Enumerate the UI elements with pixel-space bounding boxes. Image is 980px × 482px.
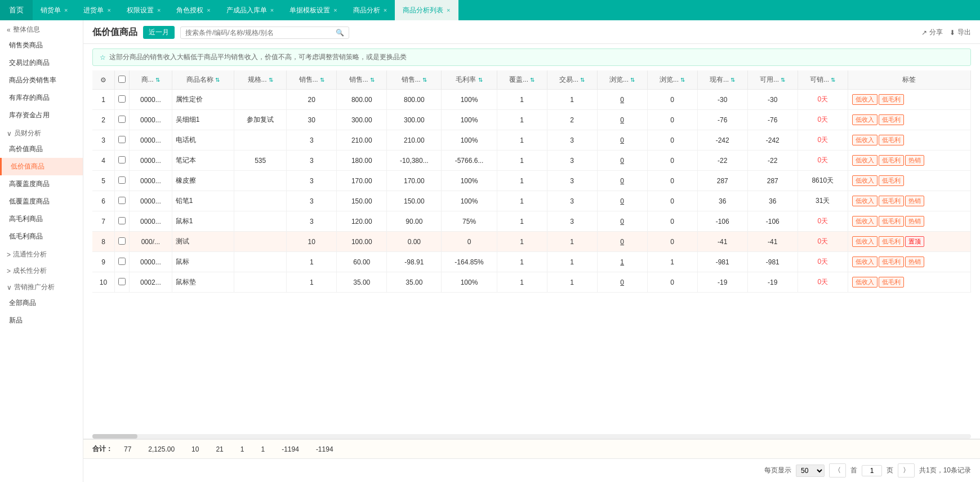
- sidebar-item-high-value[interactable]: 高价值商品: [0, 140, 83, 158]
- collapse-icon[interactable]: «: [7, 26, 11, 34]
- gear-icon[interactable]: ⚙: [100, 76, 106, 84]
- sidebar-item-traded[interactable]: 交易过的商品: [0, 54, 83, 72]
- row-view1[interactable]: 0: [597, 90, 647, 110]
- row-name[interactable]: 铅笔1: [172, 191, 234, 211]
- nav-tab-template[interactable]: 单据模板设置 ×: [282, 0, 345, 20]
- close-icon[interactable]: ×: [384, 7, 387, 14]
- row-checkbox[interactable]: [114, 272, 129, 293]
- column-trade[interactable]: 交易... ⇅: [547, 70, 597, 90]
- sidebar-item-low-coverage[interactable]: 低覆盖度商品: [0, 193, 83, 210]
- filter-button[interactable]: 近一月: [143, 26, 175, 39]
- group-toggle-icon[interactable]: ∨: [7, 130, 12, 138]
- column-code[interactable]: 商... ⇅: [129, 70, 172, 90]
- row-checkbox[interactable]: [114, 151, 129, 171]
- share-button[interactable]: ↗ 分享: [921, 28, 943, 37]
- row-name[interactable]: 电话机: [172, 130, 234, 151]
- group-toggle-icon[interactable]: >: [7, 267, 11, 275]
- row-coverage: 1: [497, 252, 547, 272]
- close-icon[interactable]: ×: [333, 7, 337, 14]
- horizontal-scrollbar[interactable]: [92, 434, 971, 439]
- row-name[interactable]: 鼠标: [172, 252, 234, 272]
- row-view1[interactable]: 0: [597, 110, 647, 130]
- sidebar-item-high-margin[interactable]: 高毛利商品: [0, 210, 83, 228]
- column-sale-qty[interactable]: 销售... ⇅: [287, 70, 337, 90]
- row-checkbox[interactable]: [114, 130, 129, 151]
- column-view2[interactable]: 浏览... ⇅: [647, 70, 697, 90]
- column-name[interactable]: 商品名称 ⇅: [172, 70, 234, 90]
- close-icon[interactable]: ×: [207, 7, 210, 14]
- nav-home[interactable]: 首页: [0, 0, 33, 20]
- close-icon[interactable]: ×: [447, 7, 450, 14]
- column-saleable[interactable]: 可销... ⇅: [798, 70, 848, 90]
- column-coverage[interactable]: 覆盖... ⇅: [497, 70, 547, 90]
- export-button[interactable]: ⬇ 导出: [950, 28, 971, 37]
- row-name[interactable]: 吴细细1: [172, 110, 234, 130]
- row-view1[interactable]: 0: [597, 191, 647, 211]
- row-name[interactable]: 橡皮擦: [172, 171, 234, 191]
- nav-tab-roles[interactable]: 角色授权 ×: [168, 0, 218, 20]
- close-icon[interactable]: ×: [157, 7, 161, 14]
- column-check[interactable]: [114, 70, 129, 90]
- search-input[interactable]: [185, 29, 336, 37]
- row-sale-qty: 10: [287, 232, 337, 252]
- row-name[interactable]: 测试: [172, 232, 234, 252]
- page-number-input[interactable]: [862, 465, 882, 476]
- row-current: -19: [697, 272, 747, 293]
- next-page-button[interactable]: 〉: [898, 463, 915, 477]
- sidebar-item-high-coverage[interactable]: 高覆盖度商品: [0, 175, 83, 193]
- nav-tab-analysis-list[interactable]: 商品分析列表 ×: [395, 0, 458, 20]
- close-icon[interactable]: ×: [64, 7, 68, 14]
- nav-tab-permissions[interactable]: 权限设置 ×: [119, 0, 168, 20]
- group-toggle-icon[interactable]: ∨: [7, 284, 12, 291]
- nav-tab-purchase[interactable]: 进货单 ×: [75, 0, 118, 20]
- sidebar-item-sales-products[interactable]: 销售类商品: [0, 37, 83, 54]
- group-toggle-icon[interactable]: >: [7, 251, 11, 259]
- sidebar-item-low-value[interactable]: 低价值商品: [0, 158, 83, 175]
- sidebar-item-all-products[interactable]: 全部商品: [0, 294, 83, 312]
- row-view1[interactable]: 0: [597, 272, 647, 293]
- column-sale-price[interactable]: 销售... ⇅: [337, 70, 387, 90]
- row-checkbox[interactable]: [114, 232, 129, 252]
- sidebar-item-capital[interactable]: 库存资金占用: [0, 107, 83, 124]
- row-view1[interactable]: 0: [597, 151, 647, 171]
- scroll-thumb[interactable]: [92, 434, 137, 439]
- row-view1[interactable]: 0: [597, 171, 647, 191]
- row-checkbox[interactable]: [114, 191, 129, 211]
- column-gross-margin[interactable]: 毛利率 ⇅: [442, 70, 497, 90]
- row-name[interactable]: 笔记本: [172, 151, 234, 171]
- per-page-select[interactable]: 50 100 200: [796, 465, 825, 477]
- nav-tab-warehouse[interactable]: 产成品入库单 ×: [219, 0, 282, 20]
- column-spec[interactable]: 规格... ⇅: [234, 70, 287, 90]
- column-view1[interactable]: 浏览... ⇅: [597, 70, 647, 90]
- search-icon[interactable]: 🔍: [336, 29, 344, 37]
- row-name[interactable]: 鼠标垫: [172, 272, 234, 293]
- sidebar-item-category-rate[interactable]: 商品分类销售率: [0, 72, 83, 89]
- row-name[interactable]: 属性定价: [172, 90, 234, 110]
- column-gear[interactable]: ⚙: [92, 70, 114, 90]
- close-icon[interactable]: ×: [270, 7, 274, 14]
- column-available[interactable]: 可用... ⇅: [747, 70, 798, 90]
- row-name[interactable]: 鼠标1: [172, 211, 234, 232]
- row-view1[interactable]: 1: [597, 252, 647, 272]
- close-icon[interactable]: ×: [107, 7, 110, 14]
- row-checkbox[interactable]: [114, 211, 129, 232]
- first-page-button[interactable]: 〈: [829, 463, 846, 477]
- row-no: 6: [92, 191, 114, 211]
- column-sale-amount[interactable]: 销售... ⇅: [387, 70, 442, 90]
- total-sale-qty: 77: [124, 445, 131, 453]
- nav-tab-sales[interactable]: 销货单 ×: [33, 0, 75, 20]
- row-checkbox[interactable]: [114, 252, 129, 272]
- sidebar-item-new-products[interactable]: 新品: [0, 312, 83, 329]
- row-view1[interactable]: 0: [597, 130, 647, 151]
- row-checkbox[interactable]: [114, 110, 129, 130]
- row-checkbox[interactable]: [114, 171, 129, 191]
- sidebar-item-in-stock[interactable]: 有库存的商品: [0, 89, 83, 107]
- sidebar-item-low-margin[interactable]: 低毛利商品: [0, 228, 83, 245]
- row-view1[interactable]: 0: [597, 232, 647, 252]
- row-view1[interactable]: 0: [597, 211, 647, 232]
- nav-tab-analysis[interactable]: 商品分析 ×: [345, 0, 395, 20]
- column-current[interactable]: 现有... ⇅: [697, 70, 747, 90]
- row-checkbox[interactable]: [114, 90, 129, 110]
- row-sale-amount: 800.00: [387, 90, 442, 110]
- select-all-checkbox[interactable]: [118, 76, 126, 83]
